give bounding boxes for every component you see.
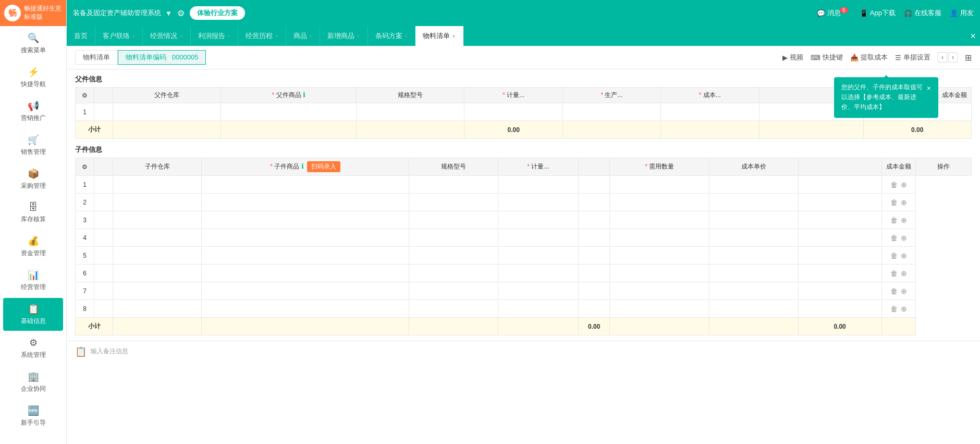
parent-row1-goods[interactable] [221,103,357,121]
nav-tab-new-goods[interactable]: 新增商品 × [320,26,368,46]
sidebar-item-system[interactable]: ⚙系统管理 [3,332,63,365]
child-row3-unit-price[interactable] [610,211,709,229]
child-row5-unit-price[interactable] [610,247,709,265]
child-row7-warehouse[interactable] [94,282,113,300]
delete-icon-8[interactable]: 🗑 [890,305,898,313]
nav-tab-operations[interactable]: 经营情况 × [143,26,190,46]
sidebar-item-quick-nav[interactable]: ⚡快捷导航 [3,61,63,94]
copy-icon-8[interactable]: ⊕ [901,305,907,313]
child-row1-spec[interactable] [202,176,409,194]
child-row5-spec[interactable] [202,247,409,265]
system-dropdown-btn[interactable]: ▼ [165,9,172,17]
child-row4-unit-price[interactable] [610,229,709,247]
sidebar-item-purchase[interactable]: 📦采购管理 [3,163,63,196]
child-row6-spec[interactable] [202,265,409,282]
nav-tab-bom[interactable]: 物料清单 × [415,26,463,46]
view-btn[interactable]: ▶ 视频 [782,53,803,62]
delete-icon-1[interactable]: 🗑 [890,181,898,189]
child-row4-needed-qty[interactable] [579,229,610,247]
child-row3-warehouse[interactable] [94,211,113,229]
parent-row1-warehouse[interactable] [113,103,221,121]
sidebar-item-search[interactable]: 🔍搜索菜单 [3,27,63,60]
nav-tab-customer[interactable]: 客户联络 × [95,26,143,46]
message-btn[interactable]: 💬 消息 6 [817,8,851,18]
parent-row1-spec[interactable] [357,103,464,121]
copy-icon-2[interactable]: ⊕ [901,198,907,207]
tab-close-operations[interactable]: × [179,33,182,39]
child-row1-unit[interactable] [409,176,498,194]
child-row6-needed-qty[interactable] [579,265,610,282]
delete-icon-6[interactable]: 🗑 [890,269,898,278]
child-row7-needed-qty[interactable] [579,282,610,300]
tab-close-goods[interactable]: × [309,33,312,39]
nav-tab-profit[interactable]: 利润报告 × [191,26,238,46]
tab-close-history[interactable]: × [275,33,278,39]
sidebar-item-basic-info[interactable]: 📋基础信息 [3,298,63,331]
nav-tab-home[interactable]: 首页 [67,26,95,46]
child-row3-needed-qty[interactable] [579,211,610,229]
child-row5-warehouse[interactable] [94,247,113,265]
child-row7-unit-price[interactable] [610,282,709,300]
tooltip-close-btn[interactable]: × [927,82,931,94]
prev-arrow[interactable]: ‹ [938,52,947,63]
tab-close-profit[interactable]: × [227,33,230,39]
copy-icon-4[interactable]: ⊕ [901,234,907,242]
nav-tab-barcode[interactable]: 条码方案 × [368,26,415,46]
gear-icon[interactable]: ⚙ [177,8,185,18]
next-arrow[interactable]: › [948,52,958,63]
experience-btn[interactable]: 体验行业方案 [190,6,245,20]
child-row4-unit[interactable] [409,229,498,247]
app-download-btn[interactable]: 📱 App下载 [860,8,896,18]
tab-close-barcode[interactable]: × [405,33,408,39]
sidebar-item-sales[interactable]: 🛒销售管理 [3,129,63,162]
close-all-tabs-btn[interactable]: × [966,31,980,42]
child-row5-needed-qty[interactable] [579,247,610,265]
sidebar-item-finance[interactable]: 💰资金管理 [3,230,63,263]
child-row6-warehouse[interactable] [94,265,113,282]
child-row2-spec[interactable] [202,194,409,211]
child-th-settings[interactable]: ⚙ [76,158,94,176]
copy-icon-3[interactable]: ⊕ [901,216,907,224]
delete-icon-2[interactable]: 🗑 [890,198,898,207]
online-service-btn[interactable]: 🎧 在线客服 [904,8,941,18]
child-row1-goods[interactable] [113,176,202,194]
nav-tab-goods[interactable]: 商品 × [286,26,320,46]
delete-icon-3[interactable]: 🗑 [890,216,898,224]
sidebar-item-guide[interactable]: 🆕新手引导 [3,400,63,433]
child-row6-unit[interactable] [409,265,498,282]
nav-tab-history[interactable]: 经营历程 × [238,26,286,46]
child-row4-goods[interactable] [113,229,202,247]
child-row1-needed-qty[interactable] [579,176,610,194]
child-row5-unit[interactable] [409,247,498,265]
child-row5-goods[interactable] [113,247,202,265]
sidebar-item-marketing[interactable]: 📢营销推广 [3,95,63,128]
child-row8-spec[interactable] [202,300,409,318]
delete-icon-4[interactable]: 🗑 [890,234,898,242]
child-row3-goods[interactable] [113,211,202,229]
parent-th-settings[interactable]: ⚙ [76,88,94,103]
sidebar-item-enterprise[interactable]: 🏢企业协同 [3,366,63,399]
child-row2-unit[interactable] [409,194,498,211]
child-row4-spec[interactable] [202,229,409,247]
child-row1-warehouse[interactable] [94,176,113,194]
child-row3-unit[interactable] [409,211,498,229]
single-settings-btn[interactable]: ☰ 单据设置 [895,53,930,62]
child-row8-goods[interactable] [113,300,202,318]
child-row6-unit-price[interactable] [610,265,709,282]
shortcut-btn[interactable]: ⌨ 快捷键 [811,53,843,62]
child-row7-spec[interactable] [202,282,409,300]
delete-icon-5[interactable]: 🗑 [890,251,898,260]
tab-close-bom[interactable]: × [452,33,455,39]
child-row8-needed-qty[interactable] [579,300,610,318]
parent-row1-cost[interactable] [661,103,759,121]
child-row3-spec[interactable] [202,211,409,229]
extract-cost-btn[interactable]: 📥 提取成本 [850,53,888,62]
scan-btn[interactable]: 扫码录入 [307,161,340,172]
child-row8-unit[interactable] [409,300,498,318]
child-row1-unit-price[interactable] [610,176,709,194]
user-btn[interactable]: 👤 用友 [950,8,974,18]
sidebar-item-operation[interactable]: 📊经营管理 [3,264,63,297]
grid-icon[interactable]: ⊞ [965,53,972,63]
copy-icon-7[interactable]: ⊕ [901,287,907,295]
child-row2-needed-qty[interactable] [579,194,610,211]
